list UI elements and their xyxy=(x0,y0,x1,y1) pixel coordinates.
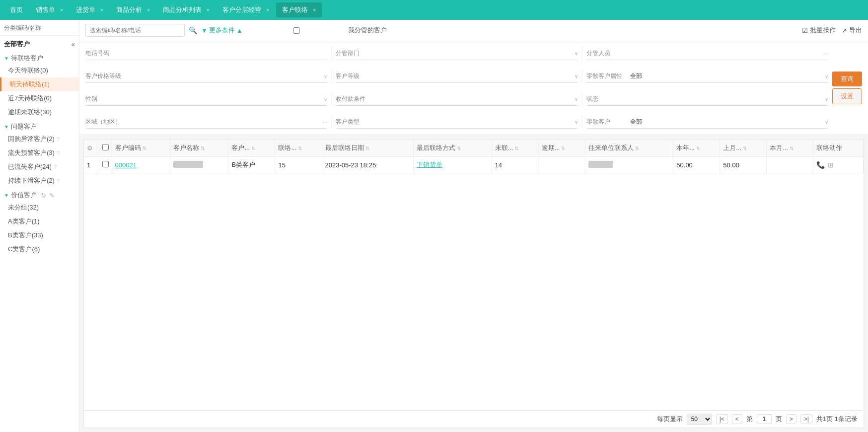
nav-goods-analysis-list[interactable]: 商品分析列表 × xyxy=(157,2,216,17)
sidebar-item-class-c[interactable]: C类客户(6) xyxy=(0,242,79,256)
problem-triangle: ▼ xyxy=(4,124,9,130)
td-code[interactable]: 000021 xyxy=(112,157,170,173)
set-button[interactable]: 设置 xyxy=(832,88,862,104)
nav-goods-analysis[interactable]: 商品分析 × xyxy=(110,2,156,17)
my-customers-checkbox[interactable] xyxy=(247,27,346,34)
price-level-chevron: ∨ xyxy=(324,73,327,79)
retail-customer-chevron: ∨ xyxy=(825,119,828,125)
customer-level-chevron: ∨ xyxy=(575,73,578,79)
sidebar-item-class-a[interactable]: A类客户(1) xyxy=(0,215,79,228)
sort-code-icon[interactable]: ⇅ xyxy=(143,145,146,151)
sort-date-icon[interactable]: ⇅ xyxy=(365,145,369,151)
page-input[interactable] xyxy=(757,414,772,424)
export-btn[interactable]: ↗ 导出 xyxy=(842,26,862,35)
th-this-year: 本年...⇅ xyxy=(673,140,720,157)
all-customers-label[interactable]: 全部客户 xyxy=(4,40,30,49)
value-triangle: ▼ xyxy=(4,193,9,198)
top-navigation: 首页 销售单 × 进货单 × 商品分析 × 商品分析列表 × 客户分层经营 × … xyxy=(0,0,868,20)
export-icon: ↗ xyxy=(842,27,847,34)
sidebar-item-tomorrow-pending[interactable]: 明天待联络(1) xyxy=(0,77,79,91)
next-page-btn[interactable]: > xyxy=(786,414,796,424)
refresh-value-icon[interactable]: ↻ xyxy=(41,192,46,199)
close-sales-tab[interactable]: × xyxy=(60,7,63,13)
th-contact-count: 联络...⇅ xyxy=(275,140,322,157)
filter-row-3: 性别 ∨ 收付款条件 ∨ 状态 ∨ xyxy=(85,92,828,107)
action-phone-icon[interactable]: 📞 xyxy=(816,161,825,169)
more-conditions-btn[interactable]: ▼ 更多条件 ▲ xyxy=(201,26,243,35)
sidebar-item-7days-pending[interactable]: 近7天待联络(0) xyxy=(0,91,79,105)
sidebar-item-today-pending[interactable]: 今天待联络(0) xyxy=(0,64,79,77)
th-uncontacted: 未联...⇅ xyxy=(492,140,538,157)
query-button[interactable]: 查询 xyxy=(832,72,862,86)
filter-icon: ▼ xyxy=(201,27,208,34)
sidebar-search-area: 🔍 xyxy=(0,20,79,36)
nav-customer-contact[interactable]: 客户联络 × xyxy=(276,2,322,17)
action-grid-icon[interactable]: ⊞ xyxy=(828,161,834,169)
customer-level-filter: 客户等级 ∨ xyxy=(336,70,578,83)
td-contact-count: 15 xyxy=(275,157,322,173)
status-chevron: ∨ xyxy=(825,96,828,102)
th-contact-person: 往来单位联系人⇅ xyxy=(585,140,673,157)
sort-year-icon[interactable]: ⇅ xyxy=(696,145,700,151)
manager-filter: 分管人员 ··· xyxy=(586,47,828,60)
prev-page-btn[interactable]: < xyxy=(732,414,742,424)
sidebar-item-class-b[interactable]: B类客户(33) xyxy=(0,228,79,242)
row-checkbox[interactable] xyxy=(102,161,109,167)
sort-uncontacted-icon[interactable]: ⇅ xyxy=(514,145,518,151)
gender-chevron: ∨ xyxy=(324,96,327,102)
td-name xyxy=(170,157,228,173)
nav-customer-tier[interactable]: 客户分层经营 × xyxy=(217,2,275,17)
problem-section-title: ▼ 问题客户 xyxy=(0,119,79,132)
phone-filter: 电话号码 xyxy=(85,47,327,60)
sidebar: 🔍 全部客户 « ▼ 待联络客户 今天待联络(0) 明天待联络(1) 近7天待联… xyxy=(0,20,79,432)
help-churned-icon: ? xyxy=(54,164,57,170)
sidebar-item-declining[interactable]: 持续下滑客户(2) ? xyxy=(0,174,79,188)
settings-icon[interactable]: ⚙ xyxy=(87,144,93,152)
sort-name-icon[interactable]: ⇅ xyxy=(201,145,205,151)
nav-purchase[interactable]: 进货单 × xyxy=(70,2,109,17)
td-last-contact-method[interactable]: 下销货单 xyxy=(413,157,492,173)
th-checkbox[interactable] xyxy=(99,140,112,157)
sidebar-item-overdue-pending[interactable]: 逾期未联络(30) xyxy=(0,105,79,119)
sidebar-item-churn-warning[interactable]: 流失预警客户(3) ? xyxy=(0,146,79,160)
close-goods-analysis-list-tab[interactable]: × xyxy=(207,7,210,13)
sidebar-item-churned[interactable]: 已流失客户(24) ? xyxy=(0,160,79,174)
my-customers-checkbox-label[interactable]: 我分管的客户 xyxy=(247,26,387,35)
sidebar-search-input[interactable] xyxy=(4,24,78,31)
first-page-btn[interactable]: |< xyxy=(716,414,728,424)
select-all-checkbox[interactable] xyxy=(102,144,109,150)
td-checkbox[interactable] xyxy=(99,157,112,173)
sort-overdue-icon[interactable]: ⇅ xyxy=(561,145,565,151)
dept-chevron: ∨ xyxy=(575,51,578,56)
region-dots: ··· xyxy=(322,119,327,126)
sort-method-icon[interactable]: ⇅ xyxy=(457,145,461,151)
sort-person-icon[interactable]: ⇅ xyxy=(635,145,639,151)
retail-attr-filter: 零散客户属性 全部 ∨ xyxy=(586,70,828,83)
close-purchase-tab[interactable]: × xyxy=(100,7,103,13)
value-section-title: ▼ 价值客户 ↻ ✎ xyxy=(0,188,79,201)
close-goods-analysis-tab[interactable]: × xyxy=(147,7,150,13)
th-gear[interactable]: ⚙ xyxy=(84,140,99,157)
total-label: 共1页 1条记录 xyxy=(816,415,858,424)
sort-this-month-icon[interactable]: ⇅ xyxy=(790,145,794,151)
sidebar-collapse-btn[interactable]: « xyxy=(71,40,75,48)
sidebar-item-ungrouped[interactable]: 未分组(32) xyxy=(0,201,79,215)
nav-sales[interactable]: 销售单 × xyxy=(30,2,69,17)
search-button[interactable]: 🔍 xyxy=(189,26,197,34)
close-customer-contact-tab[interactable]: × xyxy=(313,7,316,13)
close-customer-tier-tab[interactable]: × xyxy=(266,7,269,13)
manager-dots: ··· xyxy=(823,50,828,57)
sidebar-item-abnormal[interactable]: 回购异常客户(2) ? xyxy=(0,132,79,146)
sort-contact-count-icon[interactable]: ⇅ xyxy=(298,145,302,151)
per-page-select[interactable]: 50 100 200 xyxy=(687,414,712,425)
sort-last-month-icon[interactable]: ⇅ xyxy=(743,145,747,151)
last-page-btn[interactable]: >| xyxy=(800,414,812,424)
batch-operation-btn[interactable]: ☑ 批量操作 xyxy=(802,26,836,35)
sort-type-icon[interactable]: ⇅ xyxy=(251,145,255,151)
td-overdue xyxy=(538,157,585,173)
search-input[interactable] xyxy=(85,24,185,37)
dept-filter: 分管部门 ∨ xyxy=(336,47,578,60)
edit-value-icon[interactable]: ✎ xyxy=(49,192,55,199)
nav-home[interactable]: 首页 xyxy=(4,2,29,17)
table-header-row: ⚙ 客户编码⇅ 客户名称⇅ 客户...⇅ xyxy=(84,140,864,157)
